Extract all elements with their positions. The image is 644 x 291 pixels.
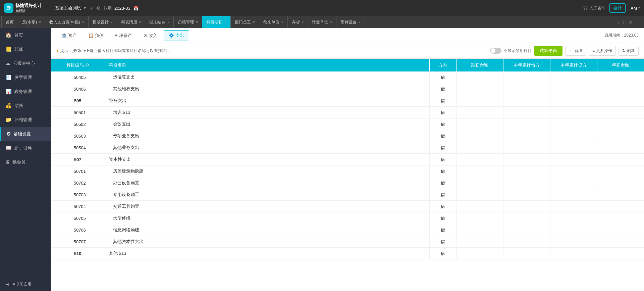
cell-ytd-credit	[550, 130, 597, 142]
table-row[interactable]: 505业务支出借	[51, 95, 644, 107]
table-row[interactable]: 50704交通工具购置借	[51, 201, 644, 212]
cell-year-opening	[597, 142, 644, 154]
sub-tab-liabilities[interactable]: 📋 负债	[83, 30, 109, 41]
table-row[interactable]: 50504其他业务支出借	[51, 142, 644, 154]
cell-opening	[456, 142, 503, 154]
tab-zhongqi[interactable]: 反(中期) ×	[18, 16, 45, 28]
col-header-code[interactable]: 科目编码 ⚙	[51, 59, 105, 71]
tab-jiliang-close[interactable]: ×	[330, 20, 332, 24]
tab-bizhong-close[interactable]: ×	[359, 20, 361, 24]
cell-direction: 借	[429, 95, 456, 107]
cell-name: 业务支出	[105, 95, 429, 107]
cell-code: 50405	[51, 71, 105, 83]
cell-ytd-debit	[503, 165, 550, 177]
table-row[interactable]: 510其他支出借	[51, 248, 644, 259]
sub-tab-income[interactable]: ⊙ 收入	[139, 30, 162, 41]
sidebar-ledger-label: 总账	[14, 46, 23, 52]
service-button[interactable]: 🎧 人工咨询	[583, 5, 605, 11]
cell-year-opening	[597, 189, 644, 201]
tab-cunkuo-label: 存货	[292, 19, 300, 25]
sidebar: 🏠 首页 📒 总账 ☁ 云报表中心 🧾 发票管理 📊 税务管理 💰 结账 📁 归…	[0, 28, 51, 291]
tab-home[interactable]: 首页	[1, 16, 18, 28]
sidebar-item-ledger[interactable]: 📒 总账	[0, 42, 51, 56]
calendar-icon[interactable]: 📅	[133, 6, 139, 11]
table-row[interactable]: 50701房屋建筑物购建借	[51, 165, 644, 177]
tab-next-icon[interactable]: ›	[622, 19, 626, 25]
tab-zhongqi-close[interactable]: ×	[39, 20, 41, 24]
company-dropdown-icon[interactable]: ▾	[84, 6, 86, 10]
sidebar-item-tax[interactable]: 📊 税务管理	[0, 85, 51, 99]
tab-guidang-close[interactable]: ×	[196, 20, 198, 24]
sidebar-item-cloud[interactable]: ☁ 云报表中心	[0, 56, 51, 70]
tab-jiezhuan[interactable]: 期末结转 ×	[145, 16, 174, 28]
table-row[interactable]: 50405运温暖支出借	[51, 71, 644, 83]
more-actions-button[interactable]: ≡ 更多操作	[589, 46, 616, 56]
cell-code: 50701	[51, 165, 105, 177]
hint-icon: ℹ	[56, 48, 58, 53]
table-row[interactable]: 50502会议支出借	[51, 118, 644, 130]
table-row[interactable]: 50705大型修缮借	[51, 212, 644, 224]
calc-balance-button[interactable]: 试算平衡	[534, 46, 562, 56]
sidebar-item-invoice[interactable]: 🧾 发票管理	[0, 70, 51, 85]
sidebar-item-close-account[interactable]: 💰 结账	[0, 99, 51, 113]
cell-opening	[456, 165, 503, 177]
refresh-icon: ↻	[622, 48, 626, 53]
add-company-icon[interactable]: ＋	[89, 5, 94, 12]
col-header-year-opening: 年初余额	[597, 59, 644, 71]
tab-cunkuo[interactable]: 存货 ×	[288, 16, 308, 28]
more-icon: ≡	[592, 48, 595, 53]
tab-guidang[interactable]: 归档管理 ×	[174, 16, 202, 28]
hint-text: 提示：按Ctrl + F键并输入科目编码或者科目名称可以查找科目。	[60, 48, 174, 54]
tab-maximize-icon[interactable]: ⛶	[635, 19, 643, 25]
table-row[interactable]: 507资本性支出借	[51, 154, 644, 165]
tab-moban-close[interactable]: ×	[111, 20, 113, 24]
tab-shuibiao[interactable]: 税表清册 ×	[117, 16, 146, 28]
tab-cunkuo-close[interactable]: ×	[302, 20, 304, 24]
sidebar-item-settings[interactable]: ⚙ 基础设置	[0, 127, 51, 141]
sidebar-collapse-button[interactable]: ◄ ◄取消固定	[0, 277, 51, 291]
toggle-disabled-switch[interactable]: 不显示禁用科目	[490, 48, 532, 54]
tab-shouru-close[interactable]: ×	[82, 20, 84, 24]
tab-kemuqichu-close[interactable]: ×	[224, 20, 226, 24]
tab-prev-icon[interactable]: ‹	[616, 19, 621, 25]
toggle-label: 不显示禁用科目	[503, 48, 532, 54]
cell-opening	[456, 107, 503, 118]
sidebar-item-member[interactable]: ♛ 畅会员	[0, 155, 51, 169]
cell-name: 交通工具购置	[105, 201, 429, 212]
table-row[interactable]: 50706信息网络购建借	[51, 224, 644, 236]
add-button[interactable]: ＋ 新增	[565, 46, 586, 56]
switch-input[interactable]	[490, 48, 501, 54]
tab-bumen[interactable]: 部门员工 ×	[231, 16, 259, 28]
tab-bumen-close[interactable]: ×	[253, 20, 255, 24]
tab-jiliang[interactable]: 计量单位 ×	[308, 16, 336, 28]
sub-tab-expense[interactable]: 💠 支出	[164, 30, 189, 41]
col-settings-icon[interactable]: ⚙	[85, 62, 89, 67]
tab-kemuqichu[interactable]: 科目期初 ×	[202, 16, 231, 28]
table-row[interactable]: 50707其他资本性支出借	[51, 236, 644, 248]
table-row[interactable]: 50702办公设备购置借	[51, 177, 644, 189]
sub-tab-assets[interactable]: 🏦 资产	[56, 30, 82, 41]
tab-shouru[interactable]: 收入支出表(年报) ×	[45, 16, 89, 28]
tab-close-all-icon[interactable]: ✕	[627, 19, 634, 25]
tab-bizhong[interactable]: 币种设置 ×	[336, 16, 365, 28]
cell-year-opening	[597, 118, 644, 130]
sidebar-item-archive[interactable]: 📁 归档管理	[0, 113, 51, 127]
sub-tab-net-assets[interactable]: ≡ 净资产	[110, 30, 137, 41]
sidebar-item-home[interactable]: 🏠 首页	[0, 28, 51, 42]
table-row[interactable]: 50503专项业务支出借	[51, 130, 644, 142]
settings-icon[interactable]: ⚙	[97, 5, 101, 11]
sidebar-item-guide[interactable]: 📖 新手引导	[0, 141, 51, 155]
tab-jiezhuan-close[interactable]: ×	[167, 20, 169, 24]
tab-shuibiao-close[interactable]: ×	[139, 20, 141, 24]
tab-moban[interactable]: 模版设计 ×	[89, 16, 117, 28]
refresh-button[interactable]: ↻ 刷新	[619, 46, 639, 56]
table-row[interactable]: 50406其他维权支出借	[51, 83, 644, 95]
tab-wanglai[interactable]: 往来单位 ×	[259, 16, 288, 28]
table-row[interactable]: 50501培训支出借	[51, 107, 644, 118]
account-button[interactable]: 会计	[609, 3, 626, 13]
sidebar-invoice-label: 发票管理	[14, 75, 32, 81]
cell-name: 房屋建筑物购建	[105, 165, 429, 177]
table-row[interactable]: 50703专用设备购置借	[51, 189, 644, 201]
tab-wanglai-close[interactable]: ×	[281, 20, 283, 24]
cell-opening	[456, 201, 503, 212]
